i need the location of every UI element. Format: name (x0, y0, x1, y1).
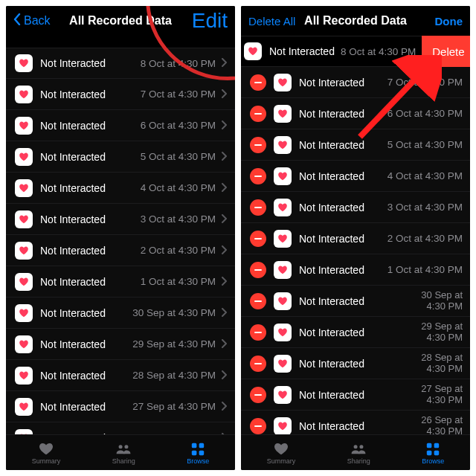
row-label: Not Interacted (40, 338, 106, 350)
table-row[interactable]: Not Interacted5 Oct at 4:30 PM (241, 129, 470, 161)
table-row[interactable]: Not Interacted26 Sep at 4:30 PM (6, 422, 235, 434)
table-row[interactable]: Not Interacted28 Sep at 4:30 PM (6, 360, 235, 391)
row-date: 2 Oct at 4:30 PM (112, 245, 216, 256)
row-label: Not Interacted (299, 420, 364, 432)
nav-bar: Back All Recorded Data Edit (6, 6, 235, 36)
remove-icon[interactable] (250, 74, 266, 91)
back-label: Back (24, 14, 51, 28)
remove-icon[interactable] (250, 418, 266, 434)
table-row[interactable]: Not Interacted29 Sep at4:30 PM (241, 317, 470, 348)
heart-icon (15, 148, 33, 166)
table-row[interactable]: Not Interacted30 Sep at 4:30 PM (6, 298, 235, 329)
remove-icon[interactable] (250, 199, 266, 216)
page-title: All Recorded Data (300, 14, 411, 28)
remove-icon[interactable] (250, 106, 266, 122)
table-row[interactable]: Not Interacted5 Oct at 4:30 PM (6, 141, 235, 173)
row-date: 3 Oct at 4:30 PM (370, 202, 463, 213)
row-date: 29 Sep at4:30 PM (370, 321, 463, 343)
heart-icon (274, 261, 292, 279)
row-date: 3 Oct at 4:30 PM (112, 213, 216, 225)
table-row[interactable]: Not Interacted28 Sep at4:30 PM (241, 348, 470, 379)
table-row[interactable]: Not Interacted7 Oct at 4:30 PM (241, 67, 470, 98)
table-row[interactable]: Not Interacted3 Oct at 4:30 PM (241, 192, 470, 223)
svg-rect-10 (427, 450, 432, 455)
remove-icon[interactable] (250, 356, 266, 372)
svg-rect-4 (192, 450, 197, 455)
chevron-left-icon (13, 13, 21, 28)
remove-icon[interactable] (250, 262, 266, 278)
table-row[interactable]: Not Interacted26 Sep at4:30 PM (241, 411, 470, 434)
svg-rect-9 (434, 443, 440, 448)
table-row[interactable]: Not Interacted1 Oct at 4:30 PM (241, 254, 470, 286)
page-title: All Recorded Data (65, 14, 176, 28)
phone-screen-edit: Delete All All Recorded Data Done Not In… (241, 6, 470, 470)
table-row[interactable]: Not Interacted4 Oct at 4:30 PM (241, 161, 470, 192)
svg-rect-2 (192, 443, 197, 448)
heart-icon (15, 210, 33, 228)
row-date: 7 Oct at 4:30 PM (112, 89, 216, 100)
table-row[interactable]: Not Interacted2 Oct at 4:30 PM (241, 223, 470, 254)
delete-all-button[interactable]: Delete All (248, 15, 300, 28)
records-list: Not Interacted8 Oct at 4:30 PMNot Intera… (6, 48, 235, 434)
nav-bar: Delete All All Recorded Data Done (241, 6, 470, 36)
heart-icon (274, 74, 292, 91)
table-row[interactable]: Not Interacted1 Oct at 4:30 PM (6, 266, 235, 298)
row-date: 1 Oct at 4:30 PM (370, 264, 463, 275)
table-row[interactable]: Not Interacted29 Sep at 4:30 PM (6, 329, 235, 360)
chevron-right-icon (222, 151, 228, 163)
delete-button[interactable]: Delete (422, 36, 470, 67)
back-button[interactable]: Back (13, 13, 65, 28)
table-row[interactable]: Not Interacted27 Sep at 4:30 PM (6, 391, 235, 422)
remove-icon[interactable] (250, 324, 266, 341)
tab-bar: Summary Sharing Browse (6, 434, 235, 470)
table-row[interactable]: Not Interacted27 Sep at4:30 PM (241, 379, 470, 411)
heart-icon (15, 54, 33, 72)
edit-button[interactable]: Edit (192, 9, 228, 33)
table-row-swiped[interactable]: Not Interacted8 Oct at 4:30 PMDelete (241, 36, 470, 67)
remove-icon[interactable] (250, 387, 266, 403)
table-row[interactable]: Not Interacted4 Oct at 4:30 PM (6, 173, 235, 204)
table-row[interactable]: Not Interacted30 Sep at4:30 PM (241, 286, 470, 317)
row-date: 27 Sep at 4:30 PM (112, 401, 216, 412)
svg-rect-8 (427, 443, 432, 448)
heart-icon (15, 242, 33, 260)
row-date: 5 Oct at 4:30 PM (370, 139, 463, 150)
row-date: 28 Sep at 4:30 PM (112, 370, 216, 381)
heart-icon (244, 42, 262, 60)
done-button[interactable]: Done (411, 15, 463, 28)
chevron-right-icon (222, 307, 228, 319)
row-date: 5 Oct at 4:30 PM (112, 151, 216, 162)
row-date: 7 Oct at 4:30 PM (370, 77, 463, 88)
row-date: 8 Oct at 4:30 PM (341, 46, 416, 57)
table-row[interactable]: Not Interacted6 Oct at 4:30 PM (6, 110, 235, 141)
remove-icon[interactable] (250, 293, 266, 309)
tab-summary[interactable]: Summary (32, 443, 61, 465)
row-label: Not Interacted (299, 295, 364, 307)
tab-summary[interactable]: Summary (267, 443, 296, 465)
tab-browse[interactable]: Browse (422, 443, 444, 465)
heart-icon (15, 398, 33, 416)
table-row[interactable]: Not Interacted3 Oct at 4:30 PM (6, 204, 235, 235)
row-date: 27 Sep at4:30 PM (370, 384, 463, 405)
remove-icon[interactable] (250, 168, 266, 184)
row-date: 6 Oct at 4:30 PM (370, 108, 463, 119)
row-date: 2 Oct at 4:30 PM (370, 233, 463, 244)
tab-sharing[interactable]: Sharing (347, 443, 370, 465)
row-label: Not Interacted (40, 276, 106, 288)
table-row[interactable]: Not Interacted6 Oct at 4:30 PM (241, 98, 470, 129)
chevron-right-icon (222, 182, 228, 194)
remove-icon[interactable] (250, 231, 266, 247)
table-row[interactable]: Not Interacted2 Oct at 4:30 PM (6, 235, 235, 266)
tab-browse[interactable]: Browse (187, 443, 209, 465)
row-label: Not Interacted (40, 401, 106, 413)
svg-point-0 (119, 445, 123, 448)
chevron-right-icon (222, 401, 228, 413)
chevron-right-icon (222, 120, 228, 132)
table-row[interactable]: Not Interacted8 Oct at 4:30 PM (6, 48, 235, 79)
heart-icon (274, 167, 292, 185)
chevron-right-icon (222, 338, 228, 350)
remove-icon[interactable] (250, 137, 266, 153)
heart-icon (15, 429, 33, 435)
table-row[interactable]: Not Interacted7 Oct at 4:30 PM (6, 79, 235, 110)
tab-sharing[interactable]: Sharing (112, 443, 135, 465)
